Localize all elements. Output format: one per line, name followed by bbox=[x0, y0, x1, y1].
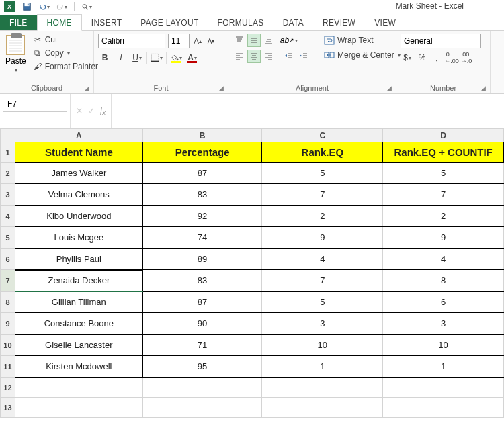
cell[interactable] bbox=[142, 398, 262, 418]
cell-rank-eq-countif[interactable]: 2 bbox=[383, 206, 504, 227]
merge-center-button[interactable]: Merge & Center▾ bbox=[320, 48, 405, 62]
rowhdr-12[interactable]: 12 bbox=[1, 378, 15, 398]
cell-rank-eq-countif[interactable]: 5 bbox=[383, 163, 504, 184]
colhdr-C[interactable]: C bbox=[262, 129, 383, 142]
select-all-corner[interactable] bbox=[1, 129, 15, 142]
wrap-text-button[interactable]: Wrap Text bbox=[320, 34, 405, 47]
cell-rank-eq[interactable]: 3 bbox=[262, 313, 383, 335]
cell-percentage[interactable]: 90 bbox=[142, 313, 262, 335]
cell[interactable] bbox=[262, 378, 383, 398]
cell-rank-eq-countif[interactable]: 1 bbox=[383, 356, 504, 378]
increase-decimal-button[interactable]: .0←.00 bbox=[445, 51, 458, 64]
align-center-button[interactable] bbox=[247, 50, 261, 63]
header-rank-eq-countif[interactable]: Rank.EQ + COUNTIF bbox=[383, 142, 504, 163]
cell-student-name[interactable]: Gillian Tillman bbox=[15, 292, 142, 313]
orientation-button[interactable]: ab↗▾ bbox=[282, 34, 296, 47]
align-left-button[interactable] bbox=[233, 50, 246, 63]
cell-percentage[interactable]: 83 bbox=[142, 184, 262, 206]
cell-percentage[interactable]: 74 bbox=[142, 227, 262, 249]
copy-button[interactable]: ⧉ Copy▾ bbox=[30, 47, 101, 59]
cell-student-name[interactable]: James Walker bbox=[15, 163, 142, 184]
cancel-formula-button[interactable]: ✕ bbox=[76, 106, 83, 116]
colhdr-D[interactable]: D bbox=[383, 129, 504, 142]
cell[interactable] bbox=[262, 398, 383, 418]
increase-font-button[interactable]: A▴ bbox=[192, 34, 203, 48]
cell-percentage[interactable]: 89 bbox=[142, 249, 262, 270]
cell-rank-eq[interactable]: 9 bbox=[262, 227, 383, 249]
comma-format-button[interactable]: , bbox=[430, 51, 444, 64]
cell-student-name[interactable]: Velma Clemons bbox=[15, 184, 142, 206]
cell-rank-eq[interactable]: 5 bbox=[262, 163, 383, 184]
tab-review[interactable]: REVIEW bbox=[313, 15, 365, 30]
cell[interactable] bbox=[383, 378, 504, 398]
cell-rank-eq[interactable]: 7 bbox=[262, 184, 383, 206]
cut-button[interactable]: ✂ Cut bbox=[30, 34, 101, 46]
cell-rank-eq-countif[interactable]: 9 bbox=[383, 227, 504, 249]
print-preview-button[interactable]: ▾ bbox=[81, 1, 92, 12]
cell-rank-eq[interactable]: 2 bbox=[262, 206, 383, 227]
increase-indent-button[interactable] bbox=[297, 50, 310, 63]
redo-button[interactable]: ▾ bbox=[56, 1, 67, 12]
font-launcher[interactable]: ◢ bbox=[219, 85, 226, 91]
cell-rank-eq[interactable]: 10 bbox=[262, 335, 383, 356]
rowhdr-13[interactable]: 13 bbox=[1, 398, 15, 418]
rowhdr-2[interactable]: 2 bbox=[1, 163, 15, 184]
cell-rank-eq-countif[interactable]: 10 bbox=[383, 335, 504, 356]
formula-input[interactable] bbox=[111, 94, 504, 128]
cell[interactable] bbox=[15, 378, 142, 398]
cell-percentage[interactable]: 87 bbox=[142, 292, 262, 313]
align-top-button[interactable] bbox=[233, 34, 246, 47]
percent-format-button[interactable]: % bbox=[415, 51, 429, 64]
borders-button[interactable]: ▾ bbox=[150, 51, 163, 64]
header-student-name[interactable]: Student Name bbox=[15, 142, 142, 163]
rowhdr-6[interactable]: 6 bbox=[1, 249, 15, 270]
cell-student-name[interactable]: Phyllis Paul bbox=[15, 249, 142, 270]
accounting-format-button[interactable]: $▾ bbox=[401, 51, 414, 64]
align-right-button[interactable] bbox=[262, 50, 276, 63]
italic-button[interactable]: I bbox=[114, 51, 128, 64]
rowhdr-4[interactable]: 4 bbox=[1, 206, 15, 227]
colhdr-A[interactable]: A bbox=[15, 129, 142, 142]
cell-student-name[interactable]: Kibo Underwood bbox=[15, 206, 142, 227]
insert-function-button[interactable]: fx bbox=[100, 105, 106, 116]
header-percentage[interactable]: Percentage bbox=[142, 142, 262, 163]
rowhdr-11[interactable]: 11 bbox=[1, 356, 15, 378]
undo-button[interactable]: ▾ bbox=[39, 1, 50, 12]
rowhdr-3[interactable]: 3 bbox=[1, 184, 15, 206]
decrease-font-button[interactable]: A▾ bbox=[206, 34, 216, 48]
fill-color-button[interactable]: ▾ bbox=[169, 51, 183, 64]
font-color-button[interactable]: A ▾ bbox=[185, 51, 199, 64]
number-launcher[interactable]: ◢ bbox=[481, 85, 488, 91]
cell-rank-eq[interactable]: 5 bbox=[262, 292, 383, 313]
rowhdr-1[interactable]: 1 bbox=[1, 142, 15, 163]
bold-button[interactable]: B bbox=[98, 51, 112, 64]
cell[interactable] bbox=[383, 398, 504, 418]
cell-rank-eq-countif[interactable]: 3 bbox=[383, 313, 504, 335]
cell-percentage[interactable]: 92 bbox=[142, 206, 262, 227]
tab-formulas[interactable]: FORMULAS bbox=[208, 15, 274, 30]
tab-page-layout[interactable]: PAGE LAYOUT bbox=[131, 15, 208, 30]
rowhdr-7[interactable]: 7 bbox=[1, 270, 15, 292]
cell-student-name[interactable]: Giselle Lancaster bbox=[15, 335, 142, 356]
font-name-combo[interactable] bbox=[98, 34, 165, 48]
cell-rank-eq-countif[interactable]: 4 bbox=[383, 249, 504, 270]
decrease-decimal-button[interactable]: .00→.0 bbox=[460, 51, 473, 64]
clipboard-launcher[interactable]: ◢ bbox=[85, 85, 91, 91]
alignment-launcher[interactable]: ◢ bbox=[387, 85, 394, 91]
tab-file[interactable]: FILE bbox=[0, 15, 37, 30]
cell-rank-eq[interactable]: 1 bbox=[262, 356, 383, 378]
colhdr-B[interactable]: B bbox=[142, 129, 262, 142]
cell-student-name[interactable]: Zenaida Decker bbox=[15, 270, 142, 292]
paste-button[interactable]: Paste ▾ bbox=[4, 34, 28, 83]
cell-percentage[interactable]: 87 bbox=[142, 163, 262, 184]
cell[interactable] bbox=[142, 378, 262, 398]
number-format-combo[interactable] bbox=[401, 34, 481, 48]
cell[interactable] bbox=[15, 398, 142, 418]
cell-rank-eq-countif[interactable]: 8 bbox=[383, 270, 504, 292]
format-painter-button[interactable]: 🖌 Format Painter bbox=[30, 60, 101, 73]
rowhdr-5[interactable]: 5 bbox=[1, 227, 15, 249]
cell-percentage[interactable]: 71 bbox=[142, 335, 262, 356]
spreadsheet-grid[interactable]: A B C D 1 Student Name Percentage Rank.E… bbox=[0, 128, 504, 418]
align-middle-button[interactable] bbox=[247, 34, 261, 47]
cell-rank-eq-countif[interactable]: 7 bbox=[383, 184, 504, 206]
